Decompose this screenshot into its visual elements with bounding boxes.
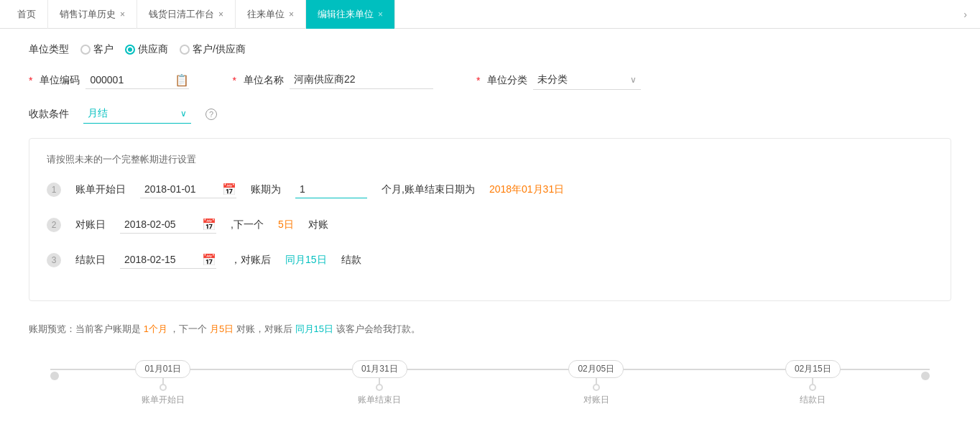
unit-name-star: * (232, 75, 236, 86)
radio-customer-label: 客户 (93, 43, 114, 56)
tab-cash-work-close[interactable]: × (218, 9, 223, 19)
timeline-connector-4 (812, 378, 813, 384)
unit-code-input-wrapper: 📋 (85, 71, 189, 89)
timeline-badge-4: 02月15日 (785, 360, 841, 378)
tab-cash-work[interactable]: 钱货日清工作台 × (137, 0, 236, 29)
timeline-label-3: 对账日 (583, 394, 609, 406)
radio-customer-circle (80, 45, 91, 55)
step-1-period-input[interactable] (295, 180, 367, 198)
unit-category-value: 未分类 (537, 73, 568, 86)
unit-code-icon[interactable]: 📋 (175, 73, 189, 87)
unit-name-input[interactable] (290, 71, 433, 89)
step-1-num: 1 (47, 183, 61, 197)
step-1-period-end: 2018年01月31日 (489, 183, 564, 196)
timeline-node-4: 02月15日 结款日 (705, 360, 922, 406)
tab-sales-history-close[interactable]: × (120, 9, 125, 19)
step-3-row: 3 结款日 📅 ，对账后 同月15日 结款 (47, 251, 933, 269)
unit-code-label: 单位编码 (40, 74, 80, 87)
payment-term-select[interactable]: 月结 ∨ (83, 104, 191, 124)
step-3-num: 3 (47, 253, 61, 267)
tab-home[interactable]: 首页 (6, 0, 48, 29)
tab-partner[interactable]: 往来单位 × (236, 0, 306, 29)
tab-sales-history[interactable]: 销售订单历史 × (48, 0, 137, 29)
radio-both-circle (180, 45, 190, 55)
step-2-date-input[interactable] (120, 216, 199, 233)
tab-partner-close[interactable]: × (289, 9, 294, 19)
timeline-connector-2 (379, 378, 380, 384)
radio-both[interactable]: 客户/供应商 (180, 43, 246, 56)
tab-edit-partner-close[interactable]: × (378, 9, 383, 19)
timeline-badge-3: 02月05日 (568, 360, 624, 378)
payment-term-arrow: ∨ (180, 109, 187, 119)
step-2-desc-prefix: ,下一个 (231, 218, 264, 231)
step-2-calendar-icon[interactable]: 📅 (202, 218, 216, 231)
timeline-dot-3 (593, 384, 600, 391)
step-3-desc-suffix: 结款 (341, 254, 361, 267)
step-2-date-wrapper: 📅 (120, 216, 216, 234)
timeline-nodes: 01月01日 账单开始日 01月31日 账单结束日 02月05日 对账日 (50, 360, 930, 406)
tab-home-label: 首页 (17, 8, 36, 21)
step-3-desc-prefix: ，对账后 (231, 254, 271, 267)
timeline-end-dot (921, 372, 930, 380)
step-3-calendar-icon[interactable]: 📅 (202, 253, 216, 267)
timeline-node-1: 01月01日 账单开始日 (55, 360, 272, 406)
payment-term-label: 收款条件 (29, 108, 69, 121)
step-3-date-input[interactable] (120, 251, 199, 268)
tab-edit-partner[interactable]: 编辑往来单位 × (306, 0, 395, 29)
tab-partner-label: 往来单位 (247, 8, 285, 21)
unit-name-group: * 单位名称 (232, 71, 433, 89)
step-1-period-unit: 个月,账单结束日期为 (382, 183, 475, 196)
timeline-dot-4 (809, 384, 816, 391)
tab-edit-partner-label: 编辑往来单位 (318, 8, 374, 21)
step-1-label: 账单开始日 (75, 183, 126, 196)
period-preview: 账期预览：当前客户账期是 1个月 ，下一个 月5日 对账，对账后 同月15日 该… (29, 316, 951, 336)
radio-supplier-label: 供应商 (138, 43, 168, 56)
radio-customer[interactable]: 客户 (80, 43, 114, 56)
preview-text2: ，下一个 (170, 323, 207, 334)
unit-info-row: * 单位编码 📋 * 单位名称 * 单位分类 未分类 ∨ (29, 70, 951, 90)
timeline-dot-2 (376, 384, 383, 391)
payment-box-title: 请按照未来的一个完整帐期进行设置 (47, 153, 933, 166)
tab-sales-history-label: 销售订单历史 (60, 8, 116, 21)
timeline-label-2: 账单结束日 (358, 394, 401, 406)
tab-cash-work-label: 钱货日清工作台 (149, 8, 214, 21)
preview-highlight3: 同月15日 (295, 323, 333, 334)
timeline-node-2: 01月31日 账单结束日 (272, 360, 489, 406)
unit-code-star: * (29, 75, 32, 86)
tab-arrow[interactable]: › (956, 9, 974, 20)
step-3-date-wrapper: 📅 (120, 251, 216, 269)
timeline-dot-1 (160, 384, 167, 391)
unit-code-input[interactable] (85, 71, 172, 88)
step-1-date-input[interactable] (140, 180, 219, 198)
unit-category-label: 单位分类 (487, 74, 527, 87)
step-2-desc-highlight: 5日 (278, 218, 294, 231)
step-2-label: 对账日 (75, 218, 106, 231)
step-2-num: 2 (47, 218, 61, 232)
timeline-container: 01月01日 账单开始日 01月31日 账单结束日 02月05日 对账日 (29, 353, 951, 435)
timeline-badge-2: 01月31日 (352, 360, 407, 378)
timeline-label-1: 账单开始日 (142, 394, 185, 406)
step-3-label: 结款日 (75, 254, 106, 267)
unit-category-arrow: ∨ (630, 75, 637, 85)
radio-supplier-circle (125, 45, 135, 55)
timeline-label-4: 结款日 (800, 394, 826, 406)
preview-text3: 对账，对账后 (236, 323, 292, 334)
payment-help-icon[interactable]: ? (205, 109, 217, 120)
payment-box: 请按照未来的一个完整帐期进行设置 1 账单开始日 📅 账期为 个月,账单结束日期… (29, 138, 951, 301)
timeline-end-dot-wrap (921, 360, 930, 380)
preview-highlight2: 月5日 (210, 323, 234, 334)
step-3-desc-highlight: 同月15日 (285, 254, 327, 267)
unit-category-select[interactable]: 未分类 ∨ (533, 70, 641, 90)
unit-type-row: 单位类型 客户 供应商 客户/供应商 (29, 43, 951, 56)
preview-text4: 该客户会给我打款。 (336, 323, 420, 334)
radio-supplier[interactable]: 供应商 (125, 43, 168, 56)
tab-bar: 首页 销售订单历史 × 钱货日清工作台 × 往来单位 × 编辑往来单位 × › (0, 0, 980, 29)
timeline-connector-3 (596, 378, 597, 384)
unit-name-label: 单位名称 (244, 74, 284, 87)
step-2-desc-suffix: 对账 (308, 218, 328, 231)
payment-term-row: 收款条件 月结 ∨ ? (29, 104, 951, 124)
step-1-calendar-icon[interactable]: 📅 (222, 183, 236, 196)
step-2-row: 2 对账日 📅 ,下一个 5日 对账 (47, 216, 933, 234)
timeline-connector-1 (162, 378, 164, 384)
step-1-date-wrapper: 📅 (140, 180, 236, 198)
